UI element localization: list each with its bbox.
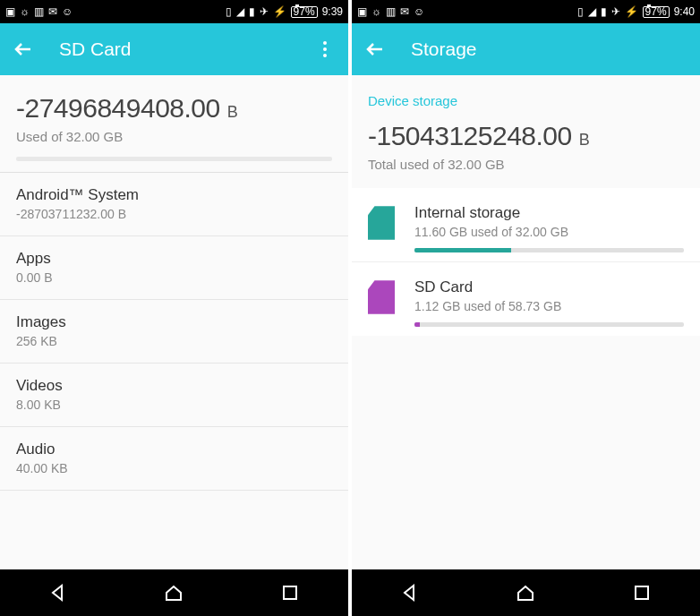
clock: 9:39	[322, 5, 343, 18]
page-title: SD Card	[59, 38, 314, 60]
progress-bar	[414, 248, 684, 252]
vibrate-icon: ▯	[226, 5, 232, 18]
sd-card-icon	[368, 206, 395, 240]
category-row[interactable]: Android™ System-28703711232.00 B	[0, 173, 348, 236]
svg-rect-4	[636, 586, 648, 599]
status-bar: ▣ ☼ ▥ ✉ ☺ ▯ ◢ ▮ ✈ ⚡ 97% 9:39	[0, 0, 348, 23]
back-icon[interactable]	[13, 38, 34, 60]
storage-item[interactable]: SD Card1.12 GB used of 58.73 GB	[352, 262, 700, 336]
page-title: Storage	[411, 38, 687, 60]
notification-icon: ☺	[62, 5, 73, 18]
nav-recent-icon[interactable]	[279, 582, 301, 603]
sd-card-icon	[368, 280, 395, 314]
nav-home-icon[interactable]	[515, 582, 536, 603]
svg-point-1	[323, 47, 327, 51]
nav-bar	[0, 569, 348, 616]
progress-bar	[414, 322, 684, 327]
category-label: Android™ System	[16, 186, 332, 204]
category-row[interactable]: Apps0.00 B	[0, 236, 348, 300]
charging-icon: ⚡	[625, 5, 638, 18]
content[interactable]: Device storage -15043125248.00 B Total u…	[352, 75, 700, 569]
vibrate-icon: ▯	[577, 5, 584, 18]
notification-icon: ☺	[414, 5, 424, 18]
used-unit: B	[579, 131, 590, 150]
storage-name: Internal storage	[414, 204, 684, 222]
content[interactable]: -27496849408.00 B Used of 32.00 GB Andro…	[0, 75, 348, 569]
airplane-icon: ✈	[260, 5, 269, 18]
mail-icon: ✉	[400, 5, 409, 18]
used-value: -27496849408.00	[16, 93, 220, 124]
screen-sd-card: ▣ ☼ ▥ ✉ ☺ ▯ ◢ ▮ ✈ ⚡ 97% 9:39 SD Card -27…	[0, 0, 348, 616]
battery-icon: 97%	[643, 6, 670, 18]
storage-name: SD Card	[414, 278, 684, 296]
charging-icon: ⚡	[273, 5, 286, 18]
svg-point-0	[323, 41, 327, 45]
screen-storage: ▣ ☼ ▥ ✉ ☺ ▯ ◢ ▮ ✈ ⚡ 97% 9:40 Storage Dev…	[352, 0, 700, 616]
used-subtitle: Used of 32.00 GB	[16, 129, 332, 144]
sim-icon: ▥	[386, 5, 396, 18]
wifi-icon: ◢	[236, 5, 244, 18]
nav-back-icon[interactable]	[399, 582, 421, 603]
bulb-icon: ☼	[20, 5, 30, 18]
category-value: 0.00 B	[16, 270, 332, 285]
category-row[interactable]: Videos8.00 KB	[0, 364, 348, 427]
category-row[interactable]: Images256 KB	[0, 300, 348, 364]
used-unit: B	[227, 103, 238, 122]
storage-summary: -27496849408.00 B Used of 32.00 GB	[0, 75, 348, 172]
image-icon: ▣	[357, 5, 367, 18]
warning-icon: ▮	[249, 5, 255, 18]
category-label: Apps	[16, 250, 332, 268]
nav-back-icon[interactable]	[47, 582, 69, 603]
svg-point-2	[323, 54, 327, 57]
category-label: Images	[16, 313, 332, 331]
storage-used: 11.60 GB used of 32.00 GB	[414, 225, 684, 239]
storage-used: 1.12 GB used of 58.73 GB	[414, 299, 684, 313]
overflow-menu-icon[interactable]	[314, 38, 336, 60]
sim-icon: ▥	[34, 5, 44, 18]
section-header: Device storage	[368, 93, 684, 108]
warning-icon: ▮	[601, 5, 607, 18]
svg-rect-3	[284, 586, 296, 599]
storage-item[interactable]: Internal storage11.60 GB used of 32.00 G…	[352, 188, 700, 262]
used-subtitle: Total used of 32.00 GB	[368, 157, 684, 172]
nav-recent-icon[interactable]	[631, 582, 653, 603]
category-label: Videos	[16, 377, 332, 395]
battery-icon: 97%	[291, 6, 318, 18]
category-value: 8.00 KB	[16, 398, 332, 412]
category-label: Audio	[16, 441, 332, 458]
category-value: 256 KB	[16, 334, 332, 348]
storage-summary: Device storage -15043125248.00 B Total u…	[352, 75, 700, 183]
back-icon[interactable]	[364, 38, 386, 60]
category-value: -28703711232.00 B	[16, 207, 332, 221]
category-row[interactable]: Audio40.00 KB	[0, 427, 348, 491]
used-value: -15043125248.00	[368, 121, 572, 151]
app-bar: SD Card	[0, 23, 348, 75]
airplane-icon: ✈	[611, 5, 620, 18]
category-value: 40.00 KB	[16, 461, 332, 475]
status-bar: ▣ ☼ ▥ ✉ ☺ ▯ ◢ ▮ ✈ ⚡ 97% 9:40	[352, 0, 700, 23]
mail-icon: ✉	[48, 5, 57, 18]
nav-home-icon[interactable]	[163, 582, 184, 603]
wifi-icon: ◢	[588, 5, 596, 18]
clock: 9:40	[674, 5, 695, 18]
nav-bar	[352, 569, 700, 616]
usage-bar	[16, 157, 332, 161]
image-icon: ▣	[5, 5, 15, 18]
app-bar: Storage	[352, 23, 700, 75]
bulb-icon: ☼	[371, 5, 381, 18]
